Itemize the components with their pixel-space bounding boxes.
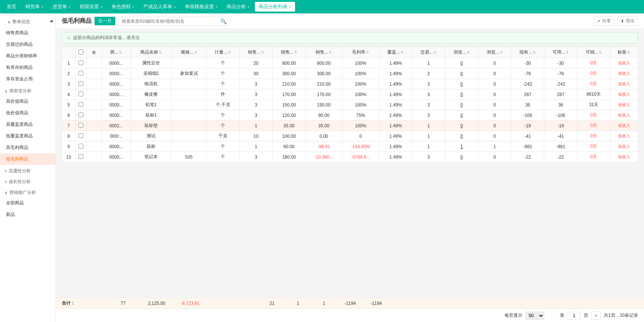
th-available-stock[interactable]: 可用...⇅	[544, 47, 577, 58]
cell-browse1[interactable]: 0	[445, 121, 478, 131]
cell-check[interactable]	[76, 121, 87, 131]
row-checkbox[interactable]	[79, 133, 83, 138]
cell-trade-count: 3	[412, 89, 445, 100]
nav-close-product-analysis-list[interactable]: ×	[289, 5, 291, 9]
th-current-stock[interactable]: 现有...⇅	[511, 47, 544, 58]
row-checkbox[interactable]	[79, 102, 83, 107]
th-code[interactable]: 商...⇅	[102, 47, 131, 58]
cell-check[interactable]	[76, 68, 87, 79]
cell-check[interactable]	[76, 79, 87, 89]
sidebar-item-high-margin[interactable]: 高毛利商品	[0, 142, 55, 153]
sidebar-item-low-coverage[interactable]: 低覆盖度商品	[0, 130, 55, 142]
cell-trade-count: 1	[412, 58, 445, 68]
cell-browse1[interactable]: 1	[445, 141, 478, 152]
th-cover-rate[interactable]: 覆盖...⇅	[379, 47, 412, 58]
row-checkbox[interactable]	[79, 154, 83, 159]
nav-purchase[interactable]: 进货单×	[49, 2, 74, 12]
nav-close-template[interactable]: ×	[215, 5, 218, 9]
th-sales-qty[interactable]: 销售...⇅	[240, 47, 273, 58]
sidebar-item-high-value[interactable]: 高价值商品	[0, 96, 55, 107]
nav-close-role[interactable]: ×	[132, 5, 135, 9]
sidebar-item-in-stock[interactable]: 有库存的商品	[0, 62, 55, 73]
cell-browse1[interactable]: 0	[445, 68, 478, 79]
th-sales-price[interactable]: 销售...⇅	[272, 47, 305, 58]
cell-browse1[interactable]: 0	[445, 79, 478, 89]
next-page-btn[interactable]: ＞	[591, 311, 601, 320]
sidebar-item-traded-products[interactable]: 交易过的商品	[0, 39, 55, 50]
nav-template[interactable]: 单据模板设置×	[181, 2, 221, 12]
cell-check[interactable]	[76, 58, 87, 68]
nav-product-analysis-list[interactable]: 商品分析列表×	[255, 2, 295, 12]
th-sales-profit[interactable]: 销售...⇅	[305, 47, 342, 58]
page-number-input[interactable]	[567, 312, 581, 319]
table-container[interactable]: ⚙ 商...⇅ 商品名称⇅ 规格...⇅ 计量...⇅ 销售...⇅ 销售...…	[56, 47, 644, 297]
row-checkbox[interactable]	[79, 60, 83, 65]
sidebar-group-growth[interactable]: > 成长性分析	[0, 176, 55, 186]
cell-browse1[interactable]: 0	[445, 89, 478, 100]
row-checkbox[interactable]	[79, 92, 83, 96]
cell-check[interactable]	[76, 110, 87, 121]
filter-btn[interactable]: 近一月	[94, 17, 115, 25]
sidebar-item-low-margin[interactable]: 低毛利商品	[0, 153, 55, 165]
nav-close-purchase[interactable]: ×	[68, 5, 71, 9]
th-gross-rate[interactable]: 毛利率⇅	[342, 47, 379, 58]
cell-browse1[interactable]: 0	[445, 58, 478, 68]
th-unit[interactable]: 计量...⇅	[206, 47, 240, 58]
sidebar-item-new-products[interactable]: 新品	[0, 209, 55, 220]
row-checkbox[interactable]	[79, 123, 83, 128]
nav-close-product-entry[interactable]: ×	[174, 5, 176, 9]
cell-browse1[interactable]: 0	[445, 110, 478, 121]
cell-trade-count: 3	[412, 79, 445, 89]
th-trade-count[interactable]: 交易...⇅	[412, 47, 445, 58]
cell-spec: 535	[171, 152, 206, 162]
nav-home[interactable]: 首页	[3, 2, 20, 12]
nav-sales[interactable]: 销货单×	[22, 2, 47, 12]
search-box[interactable]: 🔍	[118, 17, 230, 26]
th-settings[interactable]: ⚙	[87, 47, 102, 58]
search-input[interactable]	[122, 19, 219, 24]
th-name[interactable]: 商品名称⇅	[131, 47, 171, 58]
nav-role[interactable]: 角色授权×	[108, 2, 138, 12]
cell-check[interactable]	[76, 152, 87, 162]
cell-browse2: 0	[478, 121, 511, 131]
cell-check[interactable]	[76, 100, 87, 110]
nav-product-analysis[interactable]: 商品分析×	[223, 2, 253, 12]
cell-browse1[interactable]: 0	[445, 100, 478, 110]
export-btn[interactable]: ⬆ 导出	[617, 16, 638, 26]
top-nav: 首页 销货单× 进货单× 权限设置× 角色授权× 产成品入库单× 单据模板设置×…	[0, 0, 644, 13]
cell-saleable-stock: 0天	[577, 141, 610, 152]
row-checkbox[interactable]	[79, 81, 83, 86]
sidebar-group-circulation[interactable]: > 流通性分析	[0, 165, 55, 176]
sidebar-item-all-products[interactable]: 全部商品	[0, 197, 55, 209]
nav-close-sales[interactable]: ×	[41, 5, 44, 9]
row-checkbox[interactable]	[79, 144, 83, 149]
sidebar-item-sales-products[interactable]: 销售类商品	[0, 27, 55, 39]
th-tag[interactable]: 标签⇅	[610, 47, 638, 58]
search-icon[interactable]: 🔍	[220, 18, 227, 24]
nav-product-entry[interactable]: 产成品入库单×	[140, 2, 180, 12]
cell-check[interactable]	[76, 141, 87, 152]
prev-page-btn[interactable]: ＜	[547, 311, 557, 320]
sidebar-item-category-rate[interactable]: 商品分类助销率	[0, 50, 55, 62]
th-browse1[interactable]: 浏览...⇅	[445, 47, 478, 58]
th-spec[interactable]: 规格...⇅	[171, 47, 206, 58]
nav-close-product-analysis[interactable]: ×	[247, 5, 250, 9]
th-browse2[interactable]: 浏览...⇅	[478, 47, 511, 58]
nav-permissions[interactable]: 权限设置×	[76, 2, 106, 12]
share-btn[interactable]: ↗ 分享	[593, 16, 614, 26]
cell-browse1[interactable]: 0	[445, 131, 478, 141]
cell-check[interactable]	[76, 131, 87, 141]
nav-close-permissions[interactable]: ×	[100, 5, 103, 9]
sidebar-item-stock-capital[interactable]: 库存资金占用	[0, 73, 55, 85]
th-saleable-stock[interactable]: 可销...⇅	[577, 47, 610, 58]
select-all-checkbox[interactable]	[79, 50, 83, 54]
sidebar-item-high-coverage[interactable]: 高覆盖度商品	[0, 119, 55, 130]
sidebar-item-low-value[interactable]: 低价值商品	[0, 107, 55, 119]
cell-browse1[interactable]: 0	[445, 152, 478, 162]
sidebar-collapse-icon[interactable]: ◀	[49, 19, 52, 23]
cell-check[interactable]	[76, 89, 87, 100]
row-checkbox[interactable]	[79, 112, 83, 117]
cell-cover-rate: 1.49%	[379, 58, 412, 68]
row-checkbox[interactable]	[79, 71, 83, 76]
page-size-select[interactable]: 50 100 200	[525, 312, 544, 320]
